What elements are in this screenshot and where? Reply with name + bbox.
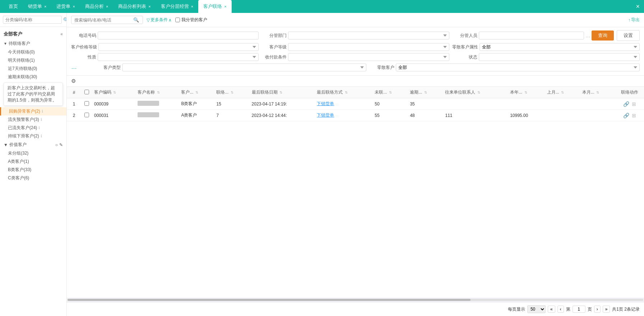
- phone-input[interactable]: [98, 32, 259, 39]
- sidebar-search-input[interactable]: [3, 16, 62, 24]
- row1-link-icon[interactable]: 🔗: [623, 101, 629, 107]
- row1-last-month: [545, 98, 580, 110]
- customer-level-select[interactable]: [288, 43, 449, 51]
- table-settings-icon[interactable]: ⚙: [71, 78, 76, 84]
- row1-grid-icon[interactable]: ⊞: [632, 101, 636, 107]
- sort-code[interactable]: ⇅: [113, 90, 116, 94]
- export-button[interactable]: ↑ 导出: [628, 17, 640, 23]
- next-page-btn[interactable]: ›: [594, 306, 601, 313]
- per-page-label: 每页显示: [508, 306, 525, 312]
- row2-link-icon[interactable]: 🔗: [623, 113, 629, 118]
- edit-pen-icon[interactable]: ✎: [59, 142, 63, 147]
- manager-dots[interactable]: …: [585, 33, 590, 38]
- col-actions-label: 联络动作: [621, 90, 638, 95]
- sort-name[interactable]: ⇅: [157, 90, 160, 94]
- value-arrow: ▼: [4, 142, 8, 147]
- nav-item-home[interactable]: 首页: [4, 0, 23, 13]
- sidebar-item-ungroup[interactable]: 未分组(32): [0, 149, 66, 157]
- sidebar-search-icon[interactable]: 🔍: [63, 17, 67, 23]
- row1-last-method-link[interactable]: 下销货单: [317, 101, 334, 106]
- tree-section-pending[interactable]: ▼ 待联络客户: [0, 39, 66, 48]
- filter-expand-dots[interactable]: …: [71, 63, 77, 72]
- status-select[interactable]: [479, 53, 640, 61]
- declining-label: 持续下滑客户(2): [8, 133, 39, 139]
- nav-item-customer-contact[interactable]: 客户联络 ×: [198, 0, 231, 13]
- sidebar-item-a-class[interactable]: A类客户(1): [0, 157, 66, 166]
- filter-more-btn[interactable]: ▽ 更多条件 ∧: [147, 17, 172, 23]
- scrollbar-thumb[interactable]: [68, 299, 471, 301]
- row2-check: [81, 110, 92, 121]
- table-row: 2 000031 A类客户 7 2023-04-12 14:44:: [67, 110, 644, 121]
- nav-purchase-close[interactable]: ×: [73, 0, 75, 13]
- dept-select[interactable]: [288, 32, 449, 39]
- edit-icon[interactable]: ○: [55, 142, 58, 147]
- page-input[interactable]: [573, 306, 585, 313]
- sidebar-item-repurchase-abnormal[interactable]: 回购异常客户(2) ℹ: [0, 107, 66, 115]
- price-level-select[interactable]: [98, 43, 259, 51]
- sort-last-date[interactable]: ⇅: [279, 90, 282, 94]
- row1-checkbox[interactable]: [84, 101, 89, 106]
- col-header-code: 客户编码 ⇅: [92, 87, 135, 98]
- sort-this-month[interactable]: ⇅: [596, 90, 599, 94]
- sort-this-year[interactable]: ⇅: [524, 90, 527, 94]
- nav-customer-tier-close[interactable]: ×: [191, 0, 193, 13]
- row2-checkbox[interactable]: [84, 113, 89, 117]
- row2-grid-icon[interactable]: ⊞: [632, 113, 636, 118]
- sidebar-item-today[interactable]: 今天待联络(0): [0, 48, 66, 56]
- customer-type-select[interactable]: [122, 63, 366, 71]
- sidebar-item-b-class[interactable]: B类客户(33): [0, 166, 66, 174]
- sort-unread[interactable]: ⇅: [389, 90, 392, 94]
- first-page-btn[interactable]: «: [548, 306, 555, 313]
- table-scroll[interactable]: # 客户编码 ⇅ 客户名称 ⇅: [67, 87, 644, 298]
- manager-input[interactable]: [479, 32, 584, 39]
- sidebar-item-churn-warning[interactable]: 流失预警客户(3) ℹ: [0, 115, 66, 124]
- table-area: ⚙ # 客户编码 ⇅: [67, 76, 644, 316]
- a-class-label: A类客户(1): [8, 159, 29, 164]
- sort-overdue[interactable]: ⇅: [424, 90, 427, 94]
- sidebar-item-declining[interactable]: 持续下滑客户(2) ℹ: [0, 132, 66, 140]
- nav-close-all[interactable]: ×: [636, 3, 640, 10]
- sort-contacts[interactable]: ⇅: [477, 90, 480, 94]
- nav-item-product-list[interactable]: 商品分析列表 ×: [113, 0, 156, 13]
- sidebar-item-7days[interactable]: 近7天待联络(0): [0, 65, 66, 73]
- retail-customer-select[interactable]: 全部: [396, 63, 640, 71]
- sort-last-month[interactable]: ⇅: [561, 90, 564, 94]
- nav-sales-close[interactable]: ×: [44, 0, 46, 13]
- tree-section-value-customers[interactable]: ▼ 价值客户 ○ ✎: [0, 140, 66, 149]
- row2-actions: 🔗 ⊞: [615, 110, 644, 121]
- main-search-icon[interactable]: 🔍: [133, 17, 139, 23]
- sidebar-item-churned[interactable]: 已流失客户(24) ℹ: [0, 124, 66, 132]
- prev-page-btn[interactable]: ‹: [557, 306, 564, 313]
- nav-item-product-analysis[interactable]: 商品分析 ×: [80, 0, 113, 13]
- nav-item-customer-tier[interactable]: 客户分层经营 ×: [156, 0, 198, 13]
- sidebar-item-overdue[interactable]: 逾期未联络(30): [0, 73, 66, 81]
- row1-overdue: 35: [408, 98, 443, 110]
- select-all-checkbox[interactable]: [84, 90, 89, 94]
- page-size-select[interactable]: 50 100 200: [527, 305, 546, 313]
- nav-item-purchase[interactable]: 进货单 ×: [51, 0, 80, 13]
- sidebar-item-c-class[interactable]: C类客户(6): [0, 174, 66, 182]
- export-label: 导出: [631, 17, 640, 23]
- settings-button[interactable]: 设置: [617, 30, 640, 41]
- sort-contact[interactable]: ⇅: [231, 90, 233, 94]
- pagination: 每页显示 50 100 200 « ‹ 第 页 › » 共1页 2条记录: [67, 302, 644, 316]
- col-unread-label: 未联...: [375, 90, 387, 95]
- sort-last-method[interactable]: ⇅: [345, 90, 348, 94]
- col-header-level: 客户... ⇅: [179, 87, 214, 98]
- nav-customer-contact-close[interactable]: ×: [224, 0, 226, 13]
- payment-select[interactable]: [288, 53, 449, 61]
- row2-last-method-link[interactable]: 下销货单: [317, 113, 334, 118]
- sort-level[interactable]: ⇅: [195, 90, 198, 94]
- nature-select[interactable]: [98, 53, 259, 61]
- main-search-input[interactable]: [74, 18, 132, 23]
- retail-attr-select[interactable]: 全部: [479, 43, 640, 51]
- last-page-btn[interactable]: »: [603, 306, 610, 313]
- my-customers-checkbox[interactable]: [175, 18, 180, 22]
- nav-product-analysis-close[interactable]: ×: [106, 0, 108, 13]
- nav-product-list-close[interactable]: ×: [148, 0, 150, 13]
- horizontal-scrollbar[interactable]: [67, 298, 644, 302]
- sidebar-item-tomorrow[interactable]: 明天待联络(1): [0, 56, 66, 65]
- query-button[interactable]: 查询: [592, 30, 614, 41]
- nav-item-sales[interactable]: 销货单 ×: [23, 0, 51, 13]
- collapse-icon[interactable]: «: [60, 32, 63, 37]
